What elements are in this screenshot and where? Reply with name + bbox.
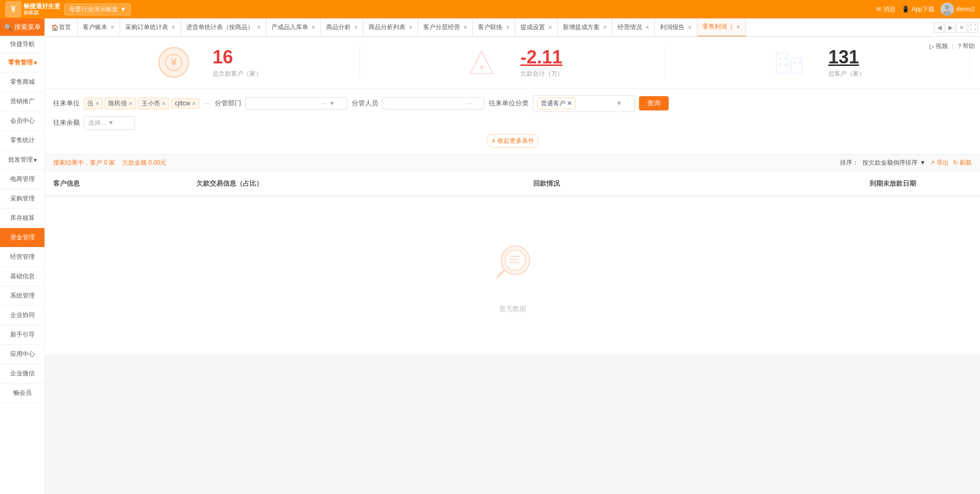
col-debt-info: 欠款交易信息（占比） [196, 177, 533, 190]
tab-label: 商品分析 [326, 23, 351, 32]
tab-retail-profit[interactable]: 零售利润（ ✕ [697, 18, 746, 37]
account-selector[interactable]: 母婴行业演示账套 ▼ [64, 4, 131, 15]
filter-person-select[interactable]: ··· [382, 97, 485, 109]
logo-text: 畅捷通好生意 标账版 [24, 3, 60, 16]
tab-close-icon[interactable]: ✕ [463, 25, 467, 30]
tag-close-wu[interactable]: ✕ [95, 101, 99, 106]
sort-button[interactable]: 按欠款金额倒序排序 ▼ [862, 159, 926, 167]
collapse-button[interactable]: ∧ 收起更多条件 [487, 134, 539, 148]
tab-product-analysis[interactable]: 商品分析 ✕ [321, 18, 363, 37]
tab-label: 新增提成方案 [563, 23, 600, 32]
sidebar-item-retail-mgmt[interactable]: 零售管理 ▾ [0, 53, 44, 73]
tab-maximize-button[interactable]: ⛶ [968, 23, 978, 33]
tab-close-icon[interactable]: ✕ [736, 24, 740, 30]
tab-product-inbound[interactable]: 产成品入库单 ✕ [266, 18, 321, 37]
sidebar-item-label: 批发管理 [8, 155, 33, 164]
filter-balance-select[interactable]: 选择... ▼ [84, 116, 135, 130]
tab-close-icon[interactable]: ✕ [645, 25, 649, 30]
query-button[interactable]: 查询 [639, 96, 669, 110]
app-download-label: App下载 [911, 5, 935, 14]
tab-customer-ledger[interactable]: 客户账本 ✕ [78, 18, 120, 37]
filter-dept-select[interactable]: ··· ▼ [245, 97, 348, 109]
sidebar-item-wechat[interactable]: 企业微信 [0, 364, 44, 384]
tab-next-button[interactable]: ▶ [945, 23, 955, 33]
sidebar-item-system[interactable]: 系统管理 [0, 286, 44, 306]
debt-icon: ✦ [466, 47, 497, 78]
tag-close-cjttcw[interactable]: ✕ [192, 101, 196, 106]
sidebar-search[interactable]: 🔍 搜索菜单 [0, 18, 44, 36]
tab-prev-button[interactable]: ◀ [934, 23, 944, 33]
tab-close-icon[interactable]: ✕ [688, 25, 692, 30]
help-link[interactable]: ? 帮助 [958, 42, 975, 51]
sidebar-item-purchase[interactable]: 采购管理 [0, 189, 44, 209]
sidebar-item-member[interactable]: 会员中心 [0, 111, 44, 131]
sidebar-item-vip[interactable]: 畅会员 [0, 384, 44, 403]
tag-close-chen[interactable]: ✕ [128, 101, 132, 106]
col-due-date: 到期未放款日期 [870, 177, 972, 190]
sidebar-item-collab[interactable]: 企业协同 [0, 306, 44, 325]
tab-close-icon[interactable]: ✕ [506, 25, 510, 30]
sidebar-item-retail-stats[interactable]: 零售统计 [0, 131, 44, 150]
tab-home[interactable]: 🏠 首页 [45, 18, 78, 37]
message-icon: ✉ [876, 6, 881, 13]
tab-close-icon[interactable]: ✕ [603, 25, 607, 30]
tab-close-icon[interactable]: ✕ [110, 25, 115, 30]
export-button[interactable]: ↗ 导出 [930, 159, 949, 167]
sidebar-item-finance[interactable]: 资金管理 [0, 228, 44, 248]
app-download-button[interactable]: 📱 App下载 [902, 5, 935, 14]
tab-customer-layer[interactable]: 客户分层经营 ✕ [418, 18, 473, 37]
tab-close-icon[interactable]: ✕ [171, 25, 175, 30]
tab-commission-settings[interactable]: 提成设置 ✕ [515, 18, 558, 37]
sidebar-item-label: 营销推广 [10, 98, 35, 105]
sidebar-item-ecommerce[interactable]: 电商管理 [0, 170, 44, 189]
sidebar-item-operation[interactable]: 经营管理 [0, 248, 44, 267]
svg-rect-13 [799, 61, 801, 64]
sidebar-item-label: 基础信息 [10, 273, 35, 280]
results-amount-value: 0.00元 [148, 159, 166, 166]
message-button[interactable]: ✉ 消息 [876, 5, 896, 14]
sidebar-item-retail-mall[interactable]: 零售商城 [0, 73, 44, 92]
page-content: ¥ 16 总欠款客户（家） [45, 37, 980, 494]
svg-text:¥: ¥ [170, 56, 177, 68]
refresh-button[interactable]: ↻ 刷新 [953, 159, 972, 167]
table-container: 客户信息 欠款交易信息（占比） 回款情况 到期未放款日期 [45, 172, 980, 354]
video-link[interactable]: ▷ 视频 [929, 42, 948, 51]
results-prefix: 搜索结果中，客户 [53, 159, 102, 166]
filter-row-2: 往来余额 选择... ▼ [53, 116, 972, 130]
chevron-down-icon: ▼ [616, 100, 622, 107]
tab-operation[interactable]: 经营情况 ✕ [612, 18, 655, 37]
tab-close-icon[interactable]: ✕ [408, 25, 413, 30]
sidebar-item-marketing[interactable]: 营销推广 [0, 92, 44, 111]
svg-point-15 [505, 250, 526, 271]
home-icon: 🏠 [51, 24, 59, 31]
tab-close-icon[interactable]: ✕ [257, 25, 261, 30]
filter-balance-label: 往来余额 [53, 118, 80, 127]
sidebar-item-guide[interactable]: 新手引导 [0, 325, 44, 345]
sidebar-item-label: 电商管理 [10, 175, 35, 183]
building-icon [774, 48, 805, 77]
sidebar-item-wholesale[interactable]: 批发管理 ▾ [0, 150, 44, 170]
filter-more-btn[interactable]: ··· [201, 99, 211, 108]
tab-inbound-stats[interactable]: 进货单统计表（按商品） ✕ [181, 18, 266, 37]
filter-category-select[interactable]: 普通客户 ✕ ▼ [533, 95, 635, 112]
sidebar-item-apps[interactable]: 应用中心 [0, 345, 44, 364]
tab-add-commission[interactable]: 新增提成方案 ✕ [558, 18, 612, 37]
tab-label: 经营情况 [618, 23, 642, 32]
sidebar-item-basic-info[interactable]: 基础信息 [0, 267, 44, 286]
quick-nav[interactable]: 快捷导航 [0, 36, 44, 53]
tab-customer-contact[interactable]: 客户联络 ✕ [473, 18, 515, 37]
category-tag-close[interactable]: ✕ [567, 100, 572, 107]
tag-close-wang[interactable]: ✕ [162, 101, 166, 106]
sidebar-item-inventory[interactable]: 库存核算 [0, 209, 44, 228]
filter-category-label: 往来单位分类 [489, 99, 529, 108]
tab-purchase-order[interactable]: 采购订单统计表 ✕ [120, 18, 181, 37]
tab-close-icon[interactable]: ✕ [548, 25, 552, 30]
stats-area: ¥ 16 总欠款客户（家） [45, 37, 980, 89]
tab-label: 客户联络 [478, 23, 503, 32]
tab-product-analysis-list[interactable]: 商品分析列表 ✕ [363, 18, 418, 37]
tab-close-icon[interactable]: ✕ [354, 25, 358, 30]
user-menu[interactable]: demo2 [941, 3, 975, 16]
tab-close-all-button[interactable]: ✕ [956, 23, 967, 33]
tab-profit-report[interactable]: 利润报告 ✕ [655, 18, 697, 37]
tab-close-icon[interactable]: ✕ [311, 25, 315, 30]
